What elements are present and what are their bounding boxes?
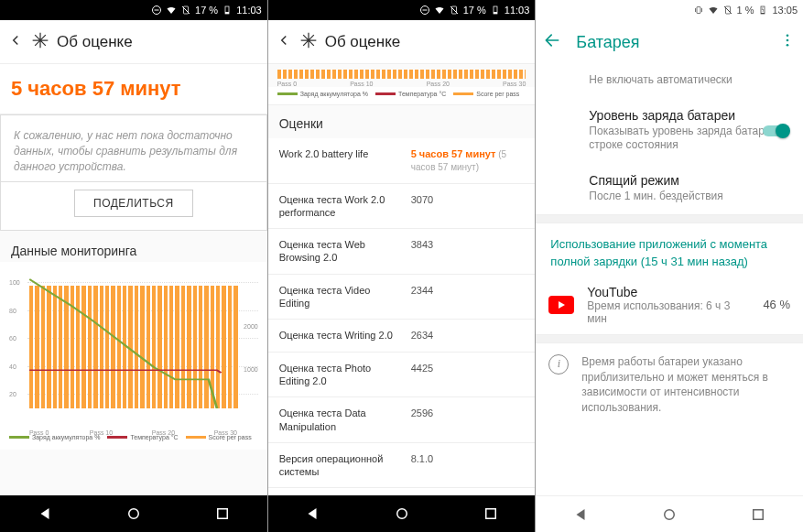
app-usage-time: Время использования: 6 ч 3 мин	[587, 299, 750, 325]
svg-point-18	[787, 34, 789, 37]
no-sim-icon	[180, 5, 191, 16]
nav-recents-button[interactable]	[750, 506, 766, 523]
score-row: Оценка теста Data Manipulation2596	[268, 397, 536, 443]
app-usage-percent: 46 %	[763, 298, 790, 311]
comparison-notice: К сожалению, у нас нет пока достаточно д…	[0, 114, 267, 182]
score-row: Оценка теста Writing 2.02634	[268, 320, 536, 352]
status-bar: 1 % 13:05	[536, 0, 803, 20]
pcmark-result-screen: 17 % 11:03 Об оценке 5 часов 57 минут К …	[0, 0, 268, 532]
status-bar: 17 % 11:03	[0, 0, 267, 20]
youtube-usage-row[interactable]: YouTube Время использования: 6 ч 3 мин 4…	[536, 276, 803, 334]
clock: 11:03	[505, 5, 530, 16]
svg-point-21	[665, 509, 675, 519]
overflow-menu-button[interactable]	[779, 32, 796, 52]
app-name: YouTube	[587, 285, 750, 299]
youtube-icon	[548, 296, 574, 314]
score-row: Версия операционной системы8.1.0	[268, 443, 536, 489]
svg-point-20	[787, 44, 789, 47]
back-button[interactable]	[276, 32, 292, 52]
nav-recents-button[interactable]	[483, 505, 499, 522]
clock: 13:05	[772, 5, 798, 16]
nav-home-button[interactable]	[394, 505, 410, 522]
score-row: Work 2.0 battery life5 часов 57 минут (5…	[268, 138, 536, 184]
score-row: Оценка теста Work 2.0 performance3070	[268, 184, 536, 230]
info-icon: i	[548, 354, 569, 375]
monitoring-section-title: Данные мониторинга	[0, 231, 267, 262]
chart-legend: Заряд аккумулятора % Температура °C Scor…	[268, 87, 536, 105]
battery-level-row[interactable]: Уровень заряда батареи Показывать уровен…	[536, 99, 803, 164]
svg-rect-4	[225, 12, 229, 14]
svg-rect-17	[761, 13, 765, 14]
pcmark-logo-icon	[31, 31, 49, 53]
share-button[interactable]: ПОДЕЛИТЬСЯ	[74, 190, 193, 217]
back-button[interactable]	[543, 31, 561, 53]
battery-life-result: 5 часов 57 минут	[0, 64, 267, 114]
clock: 11:03	[236, 5, 262, 16]
navigation-bar	[0, 495, 267, 532]
score-row: Оценка теста Web Browsing 2.03843	[268, 229, 536, 275]
wifi-icon	[708, 5, 719, 16]
battery-icon	[222, 5, 233, 16]
scores-section-title: Оценки	[268, 105, 536, 138]
pcmark-scores-screen: 17 % 11:03 Об оценке Pass 0Pass 10Pass 2…	[268, 0, 537, 532]
back-button[interactable]	[7, 32, 24, 52]
battery-percent: 17 %	[195, 5, 218, 16]
page-title: Об оценке	[57, 33, 133, 51]
navigation-bar	[536, 495, 803, 532]
battery-saver-row[interactable]: Не включать автоматически	[536, 64, 803, 99]
svg-point-19	[787, 39, 789, 42]
nav-home-button[interactable]	[125, 505, 142, 522]
score-row: Числодек. 12 2018 03:31	[268, 488, 536, 495]
svg-rect-11	[494, 12, 497, 14]
nav-recents-button[interactable]	[214, 505, 231, 522]
scores-table: Work 2.0 battery life5 часов 57 минут (5…	[268, 138, 536, 495]
divider	[536, 214, 803, 223]
app-bar: Об оценке	[268, 20, 536, 64]
battery-settings-screen: 1 % 13:05 Батарея Не включать автоматиче…	[536, 0, 803, 532]
vibrate-icon	[693, 5, 704, 16]
navigation-bar	[268, 495, 536, 532]
pcmark-logo-icon	[299, 31, 318, 53]
score-row: Оценка теста Photo Editing 2.04425	[268, 353, 536, 398]
svg-point-5	[129, 509, 139, 519]
battery-icon	[757, 5, 768, 16]
no-sim-icon	[449, 5, 460, 16]
monitoring-chart: 100 80 60 40 20 2000 1000 Pass 0 Pass	[0, 262, 267, 429]
battery-icon	[490, 5, 501, 16]
battery-level-toggle[interactable]	[763, 124, 790, 138]
no-sim-icon	[722, 5, 733, 16]
mini-chart	[277, 70, 526, 79]
nav-home-button[interactable]	[661, 506, 678, 523]
app-bar: Об оценке	[0, 20, 267, 64]
dnd-icon	[419, 5, 430, 16]
score-row: Оценка теста Video Editing2344	[268, 275, 536, 320]
svg-rect-14	[697, 7, 700, 14]
wifi-icon	[166, 5, 177, 16]
mini-chart-xaxis: Pass 0Pass 10Pass 20Pass 30	[268, 81, 536, 87]
svg-rect-6	[218, 509, 228, 519]
svg-rect-13	[485, 509, 495, 519]
battery-estimate-note: i Время работы батареи указано приблизит…	[536, 343, 803, 427]
usage-since-charge-header: Использование приложений с момента полно…	[536, 223, 803, 275]
svg-point-12	[396, 509, 407, 519]
nav-back-button[interactable]	[37, 505, 53, 522]
page-title: Об оценке	[325, 33, 401, 51]
status-bar: 17 % 11:03	[268, 0, 536, 20]
page-title: Батарея	[576, 33, 765, 52]
sleep-mode-row[interactable]: Спящий режим После 1 мин. бездействия	[536, 164, 803, 215]
battery-percent: 17 %	[463, 5, 486, 16]
wifi-icon	[434, 5, 445, 16]
share-section: ПОДЕЛИТЬСЯ	[0, 182, 267, 231]
dnd-icon	[151, 5, 162, 16]
battery-percent: 1 %	[737, 5, 754, 16]
nav-back-button[interactable]	[304, 505, 320, 522]
divider	[536, 334, 803, 343]
svg-rect-22	[754, 509, 764, 519]
nav-back-button[interactable]	[572, 506, 589, 523]
settings-app-bar: Батарея	[536, 20, 803, 64]
